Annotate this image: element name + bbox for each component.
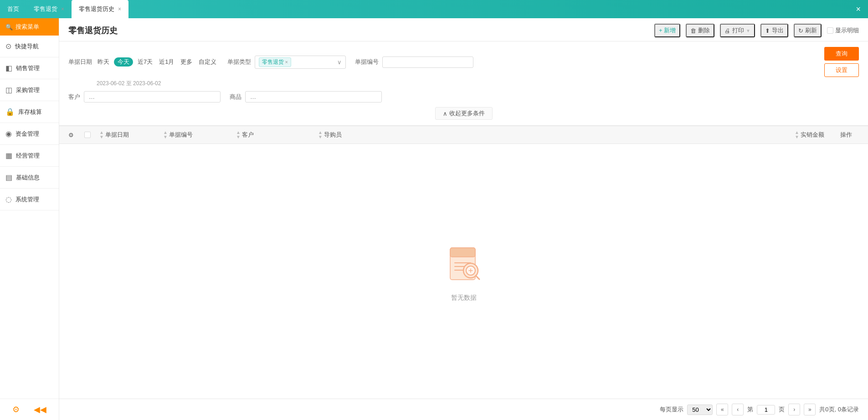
show-detail-checkbox[interactable]: [827, 27, 833, 34]
page-number-input[interactable]: [757, 405, 775, 415]
th-date[interactable]: ▲▼ 单据日期: [96, 130, 159, 139]
th-checkbox[interactable]: [79, 132, 96, 138]
date-range-text: 2023-06-02 至 2023-06-02: [97, 80, 161, 87]
tab-retail-return-close[interactable]: ×: [61, 6, 64, 12]
print-dropdown-icon: ▼: [746, 28, 750, 33]
sidebar-item-basic-info[interactable]: ▤ 基础信息: [0, 167, 59, 189]
svg-line-7: [476, 276, 479, 279]
doc-type-remove[interactable]: ×: [285, 59, 288, 65]
th-checkbox-control[interactable]: [84, 132, 91, 138]
sidebar-item-system-label: 系统管理: [15, 195, 39, 204]
sidebar-item-inventory-label: 库存核算: [18, 108, 42, 116]
doc-type-select[interactable]: 零售退货 × ∨: [255, 56, 346, 69]
set-button[interactable]: 设置: [824, 63, 859, 77]
show-detail-toggle[interactable]: 显示明细: [827, 26, 859, 35]
tab-retail-return-history-close[interactable]: ×: [118, 6, 121, 12]
tab-retail-return-history[interactable]: 零售退货历史 ×: [72, 0, 128, 18]
sidebar-item-operations[interactable]: ▦ 经营管理: [0, 145, 59, 167]
export-button[interactable]: ⬆ 导出: [760, 24, 788, 37]
doc-type-tag: 零售退货 ×: [259, 57, 291, 67]
sidebar-item-quick-nav[interactable]: ⊙ 快捷导航: [0, 36, 59, 57]
refresh-button[interactable]: ↻ 刷新: [794, 24, 822, 37]
sidebar-search-label: 搜索菜单: [15, 23, 39, 31]
collapse-button[interactable]: ∧ 收起更多条件: [435, 107, 493, 120]
doc-number-label: 单据编号: [355, 58, 379, 66]
date-shortcut-1month[interactable]: 近1月: [157, 57, 176, 67]
doc-date-label: 单据日期: [68, 58, 92, 66]
sidebar-item-inventory[interactable]: 🔒 库存核算: [0, 101, 59, 123]
filter-goods: 商品: [230, 91, 382, 102]
date-shortcuts: 昨天 今天 近7天 近1月 更多 自定义: [96, 57, 218, 67]
page-title: 零售退货历史: [68, 25, 118, 36]
sidebar-item-system[interactable]: ◌ 系统管理: [0, 189, 59, 210]
first-page-button[interactable]: «: [716, 404, 728, 415]
date-shortcut-today[interactable]: 今天: [114, 57, 133, 67]
th-customer-label: 客户: [242, 131, 254, 139]
doc-type-tag-text: 零售退货: [262, 58, 284, 66]
th-amount-label: 实销金额: [801, 131, 824, 139]
print-button[interactable]: 🖨 打印 ▼: [720, 24, 755, 37]
sidebar-item-operations-label: 经营管理: [16, 152, 40, 160]
sidebar-item-finance-label: 资金管理: [15, 130, 39, 138]
query-button[interactable]: 查询: [824, 47, 859, 61]
th-action: 操作: [828, 131, 864, 139]
empty-text: 暂无数据: [451, 294, 477, 302]
last-page-button[interactable]: »: [804, 404, 816, 415]
svg-rect-1: [450, 248, 475, 257]
page-header: 零售退货历史 + 新增 🗑 删除 🖨 打印 ▼ ⬆ 导出: [59, 18, 868, 41]
tab-home[interactable]: 首页: [0, 0, 26, 18]
tab-retail-return[interactable]: 零售退货 ×: [26, 0, 72, 18]
filter-row-1: 单据日期 昨天 今天 近7天 近1月 更多 自定义 单据类型: [68, 47, 859, 77]
doc-number-input[interactable]: [382, 56, 473, 68]
date-shortcut-7days[interactable]: 近7天: [136, 57, 154, 67]
th-guide[interactable]: ▲▼ 导购员: [314, 130, 378, 139]
customer-input[interactable]: [84, 91, 221, 102]
doc-type-label: 单据类型: [227, 58, 251, 66]
sidebar-settings-icon[interactable]: ⚙: [12, 405, 20, 415]
table-container: ⚙ ▲▼ 单据日期 ▲▼ 单据编号 ▲▼ 客户 ▲▼: [59, 126, 868, 420]
page-label: 页: [779, 405, 785, 414]
sidebar-sound-icon[interactable]: ◀◀: [34, 405, 46, 415]
th-docno[interactable]: ▲▼ 单据编号: [159, 130, 232, 139]
operations-icon: ▦: [5, 151, 12, 160]
refresh-button-label: 刷新: [805, 26, 817, 35]
close-all-tabs-button[interactable]: ×: [848, 5, 868, 14]
print-button-label: 打印: [732, 26, 744, 35]
page-size-select[interactable]: 10 20 50 100: [687, 405, 713, 415]
settings-icon: ⚙: [68, 132, 74, 138]
sidebar-search[interactable]: 🔍 搜索菜单: [0, 18, 59, 36]
th-customer[interactable]: ▲▼ 客户: [232, 130, 314, 139]
sales-icon: ◧: [5, 64, 12, 72]
sidebar-item-purchase[interactable]: ◫ 采购管理: [0, 79, 59, 101]
th-amount[interactable]: ▲▼ 实销金额: [773, 130, 828, 139]
new-button-label: + 新增: [659, 26, 676, 35]
delete-button[interactable]: 🗑 删除: [686, 24, 714, 37]
date-shortcut-yesterday[interactable]: 昨天: [96, 57, 111, 67]
collapse-row: ∧ 收起更多条件: [68, 107, 859, 120]
filter-doc-number: 单据编号: [355, 56, 473, 68]
sidebar-item-sales[interactable]: ◧ 销售管理: [0, 57, 59, 79]
th-settings[interactable]: ⚙: [63, 132, 79, 138]
table-header: ⚙ ▲▼ 单据日期 ▲▼ 单据编号 ▲▼ 客户 ▲▼: [59, 126, 868, 144]
next-page-button[interactable]: ›: [788, 404, 800, 415]
sidebar-item-finance[interactable]: ◉ 资金管理: [0, 123, 59, 145]
th-guide-label: 导购员: [324, 131, 342, 139]
purchase-icon: ◫: [5, 86, 12, 94]
date-shortcut-custom[interactable]: 自定义: [197, 57, 218, 67]
export-button-label: 导出: [772, 26, 784, 35]
quick-nav-icon: ⊙: [5, 42, 11, 51]
sidebar-item-quick-nav-label: 快捷导航: [15, 42, 39, 51]
date-shortcut-more[interactable]: 更多: [179, 57, 194, 67]
prev-page-button[interactable]: ‹: [732, 404, 744, 415]
page-jump-label: 第: [747, 405, 753, 414]
finance-icon: ◉: [5, 129, 12, 138]
empty-illustration: [441, 241, 487, 287]
inventory-icon: 🔒: [5, 108, 15, 116]
top-nav: 首页 零售退货 × 零售退货历史 × ×: [0, 0, 868, 18]
export-icon: ⬆: [765, 27, 770, 34]
sidebar-item-sales-label: 销售管理: [16, 64, 40, 72]
new-button[interactable]: + 新增: [654, 24, 680, 37]
th-sort-icon-docno: ▲▼: [163, 130, 168, 139]
show-detail-label-text: 显示明细: [835, 26, 859, 35]
goods-input[interactable]: [245, 91, 382, 102]
